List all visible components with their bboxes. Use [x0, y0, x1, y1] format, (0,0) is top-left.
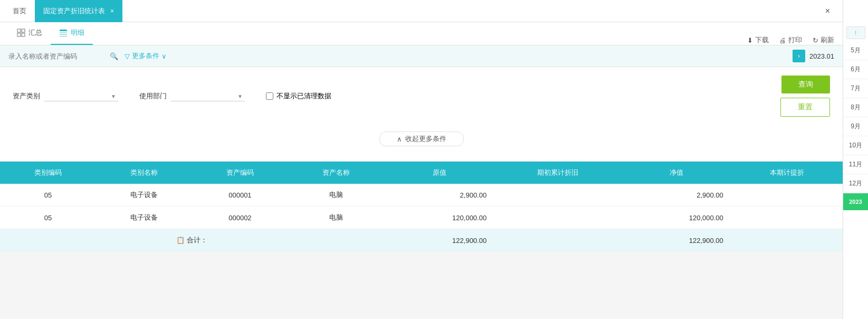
summary-icon — [17, 29, 25, 37]
tab-detail-label: 明细 — [71, 28, 84, 37]
cell-accumulated-depreciation — [495, 207, 621, 229]
svg-rect-0 — [17, 29, 21, 32]
department-label: 使用部门 — [139, 91, 167, 101]
collapse-conditions-btn[interactable]: ∧ 收起更多条件 — [379, 132, 464, 146]
cell-current-depreciation — [732, 207, 843, 229]
tab-title: 固定资产折旧统计表 — [43, 6, 105, 16]
hide-cleared-filter: 不显示已清理数据 — [266, 91, 331, 101]
asset-category-select-wrapper: ▼ — [44, 91, 118, 101]
hide-cleared-checkbox[interactable] — [266, 92, 273, 100]
col-category-code: 类别编码 — [0, 162, 96, 184]
reset-button[interactable]: 重置 — [780, 98, 830, 117]
month-item[interactable]: 12月 — [843, 174, 869, 193]
collapse-label: 收起更多条件 — [405, 134, 446, 144]
filter-row: 资产类别 ▼ 使用部门 ▼ 不显示已清理数 — [13, 76, 830, 117]
refresh-btn[interactable]: ↻ 刷新 — [813, 35, 834, 45]
cell-category-name: 电子设备 — [96, 184, 192, 207]
total-current-depreciation — [732, 229, 843, 252]
department-filter: 使用部门 ▼ — [139, 91, 245, 101]
collapse-icon: ∧ — [397, 135, 402, 143]
svg-rect-1 — [22, 29, 25, 32]
toolbar-right: ⬇ 下载 🖨 打印 ↻ 刷新 — [747, 35, 834, 45]
month-up-btn[interactable]: ↑ — [846, 26, 865, 39]
total-icon: 📋 — [176, 236, 185, 244]
asset-category-label: 资产类别 — [13, 91, 40, 101]
total-label: 📋合计： — [96, 229, 288, 252]
svg-rect-3 — [22, 33, 25, 36]
cell-current-depreciation — [732, 184, 843, 207]
month-item[interactable]: 5月 — [843, 41, 869, 60]
filter-area: 资产类别 ▼ 使用部门 ▼ 不显示已清理数 — [0, 67, 843, 162]
svg-rect-6 — [60, 34, 67, 35]
asset-category-select[interactable] — [44, 91, 118, 101]
table-header-row: 类别编码 类别名称 资产编码 资产名称 原值 期初累计折旧 净值 本期计提折 — [0, 162, 843, 184]
cell-asset-name: 电脑 — [288, 184, 384, 207]
date-label: 2023.01 — [809, 52, 834, 60]
total-accumulated-depreciation — [495, 229, 621, 252]
month-item[interactable]: 6月 — [843, 60, 869, 79]
cell-net-value: 2,900.00 — [621, 184, 731, 207]
month-item[interactable]: 9月 — [843, 117, 869, 136]
table-container: 类别编码 类别名称 资产编码 资产名称 原值 期初累计折旧 净值 本期计提折 0… — [0, 162, 843, 252]
month-item[interactable]: 11月 — [843, 155, 869, 174]
chevron-down-icon: ∨ — [161, 52, 167, 60]
tab-detail[interactable]: 明细 — [51, 22, 93, 45]
filter-buttons: 查询 重置 — [780, 76, 830, 117]
col-original-value: 原值 — [384, 162, 495, 184]
window-close-btn[interactable]: × — [821, 4, 834, 18]
svg-rect-7 — [60, 36, 67, 37]
month-item[interactable]: 7月 — [843, 79, 869, 98]
date-prev-btn[interactable]: › — [793, 50, 805, 62]
tab-bar: 汇总 明细 ⬇ 下载 🖨 打印 ↻ — [0, 22, 843, 45]
print-icon: 🖨 — [779, 36, 786, 44]
month-panel: ↑ 5月6月7月8月9月10月11月12月 2023 — [843, 0, 868, 319]
cell-accumulated-depreciation — [495, 184, 621, 207]
download-btn[interactable]: ⬇ 下载 — [747, 35, 769, 45]
total-net-value: 122,900.00 — [621, 229, 731, 252]
col-net-value: 净值 — [621, 162, 731, 184]
col-asset-code: 资产编码 — [192, 162, 288, 184]
hide-cleared-label: 不显示已清理数据 — [276, 91, 331, 101]
download-label: 下载 — [755, 35, 769, 45]
table-row: 05 电子设备 000002 电脑 120,000.00 120,000.00 — [0, 207, 843, 229]
table-row: 05 电子设备 000001 电脑 2,900.00 2,900.00 — [0, 184, 843, 207]
tab-close-btn[interactable]: × — [110, 7, 114, 15]
asset-table: 类别编码 类别名称 资产编码 资产名称 原值 期初累计折旧 净值 本期计提折 0… — [0, 162, 843, 252]
search-icon[interactable]: 🔍 — [110, 52, 118, 60]
cell-category-code: 05 — [0, 184, 96, 207]
col-current-depreciation: 本期计提折 — [732, 162, 843, 184]
refresh-label: 刷新 — [821, 35, 834, 45]
department-select[interactable] — [171, 91, 245, 101]
cell-asset-name: 电脑 — [288, 207, 384, 229]
print-btn[interactable]: 🖨 打印 — [779, 35, 802, 45]
tab-summary[interactable]: 汇总 — [8, 22, 51, 45]
search-input[interactable] — [8, 52, 103, 60]
refresh-icon: ↻ — [813, 36, 818, 44]
month-item[interactable]: 10月 — [843, 136, 869, 155]
cell-asset-code: 000001 — [192, 184, 288, 207]
cell-net-value: 120,000.00 — [621, 207, 731, 229]
filter-icon: ▽ — [125, 52, 130, 60]
department-select-wrapper: ▼ — [171, 91, 245, 101]
total-original-value: 122,900.00 — [384, 229, 495, 252]
query-button[interactable]: 查询 — [781, 76, 830, 93]
tab-summary-label: 汇总 — [28, 28, 42, 37]
col-asset-name: 资产名称 — [288, 162, 384, 184]
detail-icon — [59, 29, 68, 37]
year-badge[interactable]: 2023 — [843, 193, 869, 210]
svg-rect-2 — [17, 33, 21, 36]
more-conditions-label: 更多条件 — [132, 51, 159, 61]
total-row: 📋合计： 122,900.00 122,900.00 — [0, 229, 843, 252]
asset-category-filter: 资产类别 ▼ — [13, 91, 118, 101]
month-item[interactable]: 8月 — [843, 98, 869, 117]
cell-asset-code: 000002 — [192, 207, 288, 229]
home-link[interactable]: 首页 — [8, 6, 31, 16]
col-accumulated-depreciation: 期初累计折旧 — [495, 162, 621, 184]
download-icon: ⬇ — [747, 36, 753, 44]
cell-original-value: 120,000.00 — [384, 207, 495, 229]
top-nav: 首页 固定资产折旧统计表 × × — [0, 0, 843, 22]
cell-original-value: 2,900.00 — [384, 184, 495, 207]
more-conditions-btn[interactable]: ▽ 更多条件 ∨ — [125, 51, 167, 61]
svg-rect-4 — [60, 30, 67, 31]
active-tab[interactable]: 固定资产折旧统计表 × — [35, 0, 122, 22]
